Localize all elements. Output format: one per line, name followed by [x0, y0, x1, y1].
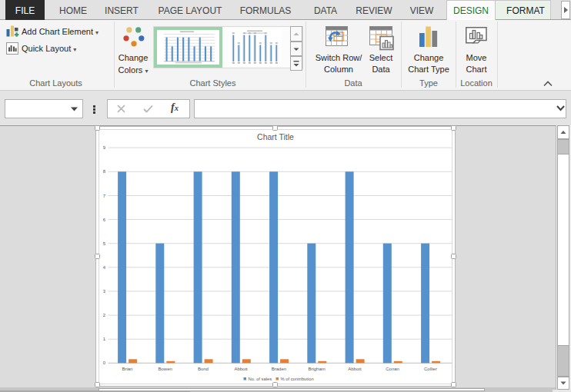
svg-text:2: 2 — [103, 313, 106, 317]
svg-text:9: 9 — [103, 145, 106, 150]
svg-text:Chart Title: Chart Title — [257, 132, 294, 141]
svg-text:8: 8 — [103, 169, 106, 174]
svg-text:Abbott: Abbott — [234, 367, 248, 371]
svg-text:Abbott: Abbott — [348, 367, 362, 371]
svg-text:Collier: Collier — [424, 367, 437, 371]
svg-text:Brian: Brian — [122, 367, 132, 371]
svg-text:Bond: Bond — [198, 367, 209, 371]
svg-text:Conan: Conan — [386, 367, 399, 371]
svg-text:Braden: Braden — [272, 367, 286, 371]
svg-text:Brigham: Brigham — [308, 367, 325, 371]
svg-text:0: 0 — [103, 360, 106, 365]
svg-text:1: 1 — [103, 337, 106, 341]
svg-text:5: 5 — [103, 241, 106, 246]
svg-text:6: 6 — [103, 218, 106, 222]
svg-text:Bowen: Bowen — [159, 367, 172, 371]
svg-text:4: 4 — [103, 265, 106, 270]
svg-text:3: 3 — [103, 289, 106, 294]
svg-text:% of contribution: % of contribution — [281, 377, 314, 381]
svg-text:No. of sales: No. of sales — [249, 377, 272, 381]
svg-text:7: 7 — [103, 194, 106, 198]
